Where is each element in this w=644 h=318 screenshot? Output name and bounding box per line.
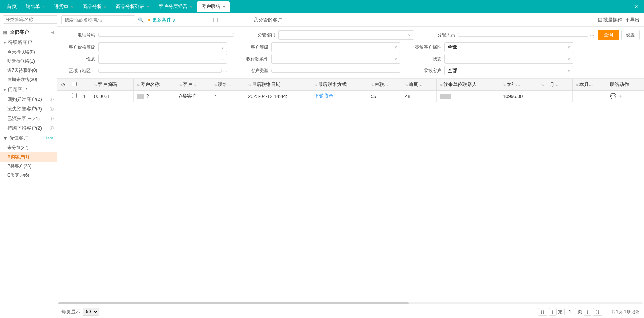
- triangle-icon: ▼: [3, 135, 8, 141]
- close-icon[interactable]: ×: [71, 4, 73, 9]
- nav-tab-analysis-list[interactable]: 商品分析列表 ×: [111, 1, 153, 12]
- chevron-down-icon: ∨: [394, 45, 397, 49]
- nav-home[interactable]: 首页: [3, 3, 21, 10]
- th-last-date[interactable]: ⇅最后联络日期: [245, 79, 311, 91]
- th-this-year[interactable]: ⇅本年...: [500, 79, 538, 91]
- close-icon[interactable]: ×: [223, 4, 225, 9]
- next-page-btn[interactable]: ⟩: [584, 308, 591, 316]
- collapse-icon[interactable]: ◀: [51, 30, 54, 35]
- nav-tab-analysis[interactable]: 商品分析 ×: [78, 1, 111, 12]
- price-level-select[interactable]: ∨: [98, 42, 227, 52]
- sidebar-item-unclassified[interactable]: 未分组(32): [0, 143, 57, 152]
- td-last-method[interactable]: 下销货单: [311, 91, 368, 102]
- row-checkbox[interactable]: [72, 93, 77, 98]
- sidebar-pending-group[interactable]: ▼ 待联络客户: [0, 37, 57, 47]
- chevron-down-icon: ∨: [568, 57, 570, 61]
- retail-attr-select[interactable]: 全部 ∨: [444, 42, 573, 52]
- th-contact[interactable]: ⇅联络...: [211, 79, 245, 91]
- nav-tab-sales[interactable]: 销售单 ×: [21, 1, 49, 12]
- manager-input[interactable]: [458, 33, 588, 37]
- close-icon[interactable]: ×: [42, 4, 44, 9]
- phone-input[interactable]: [98, 33, 234, 37]
- customer-type-input[interactable]: [271, 69, 400, 73]
- dept-select[interactable]: ∨: [278, 30, 414, 40]
- status-select[interactable]: ∨: [444, 54, 573, 64]
- sidebar-value-group[interactable]: ▼ 价值客户 ↻ ✎: [0, 133, 57, 143]
- sidebar-item-a-class[interactable]: A类客户(1): [0, 152, 57, 162]
- sidebar-problem-group[interactable]: ▼ 问题客户: [0, 84, 57, 95]
- filter-label-customer-level: 客户等级: [235, 44, 271, 50]
- th-last-method[interactable]: ⇅最后联络方式: [311, 79, 368, 91]
- sidebar-item-repurchase-abnormal[interactable]: 回购异常客户(2) ⓘ: [0, 95, 57, 104]
- th-check[interactable]: [69, 79, 80, 91]
- sidebar-item-b-class[interactable]: B类客户(33): [0, 162, 57, 171]
- th-not-contacted[interactable]: ⇅未联...: [368, 79, 402, 91]
- sidebar-item-tomorrow[interactable]: 明天待联络(1): [0, 57, 57, 66]
- nav-tab-purchase[interactable]: 进货单 ×: [50, 1, 77, 12]
- window-close-icon[interactable]: ×: [631, 3, 641, 11]
- close-icon[interactable]: ×: [190, 4, 192, 9]
- first-page-btn[interactable]: ⟨⟨: [538, 308, 547, 316]
- close-icon[interactable]: ×: [104, 4, 106, 9]
- sort-icon: ⇅: [405, 83, 408, 87]
- region-input[interactable]: [98, 69, 222, 73]
- payment-select[interactable]: ∨: [271, 54, 400, 64]
- retail-select[interactable]: 全部 ∨: [444, 66, 573, 75]
- refresh-icon[interactable]: ↻: [45, 135, 49, 141]
- select-all-checkbox[interactable]: [72, 82, 77, 86]
- sidebar-item-c-class[interactable]: C类客户(6): [0, 171, 57, 180]
- page-size-select[interactable]: 50: [83, 308, 99, 316]
- sidebar-search-input[interactable]: [3, 15, 57, 24]
- search-input[interactable]: [61, 15, 135, 24]
- edit-icon[interactable]: ✎: [50, 135, 54, 141]
- query-button[interactable]: 查询: [598, 30, 619, 40]
- sidebar-item-churn-warning[interactable]: 流失预警客户(3) ⓘ: [0, 104, 57, 114]
- td-not-contacted: 55: [368, 91, 402, 102]
- th-type[interactable]: ⇅客户...: [176, 79, 211, 91]
- td-settings: [57, 91, 69, 102]
- scrollbar-thumb[interactable]: [58, 302, 409, 304]
- prev-page-btn[interactable]: ⟨: [549, 308, 557, 316]
- horizontal-scrollbar[interactable]: [57, 301, 644, 305]
- sidebar-item-week[interactable]: 近7天待联络(0): [0, 66, 57, 75]
- th-last-month[interactable]: ⇅上月...: [538, 79, 572, 91]
- sidebar-item-today[interactable]: 今天待联络(0): [0, 47, 57, 57]
- th-settings[interactable]: ⚙: [57, 79, 69, 91]
- more-btn[interactable]: ···: [223, 68, 227, 74]
- filter-bar: 🔍 ▼ 更多条件 ∨ 我分管的客户 ☑ 批量操作 ⬆ 导出: [57, 13, 644, 27]
- th-code[interactable]: ⇅客户编码: [91, 79, 134, 91]
- th-this-month[interactable]: ⇅本月...: [572, 79, 607, 91]
- filter-col-region: 区域（地区） ···: [61, 68, 227, 74]
- sidebar-item-declining[interactable]: 持续下滑客户(2) ⓘ: [0, 123, 57, 133]
- close-icon[interactable]: ×: [147, 4, 149, 9]
- search-icon[interactable]: 🔍: [138, 17, 144, 23]
- th-overdue[interactable]: ⇅逾期...: [402, 79, 436, 91]
- chevron-down-icon: ∨: [172, 17, 176, 23]
- more-btn[interactable]: ···: [590, 32, 594, 38]
- sidebar: 🔍 ⊞ 全部客户 ◀ ▼ 待联络客户 今天待联络(0) 明天待联络(1) 近7天…: [0, 13, 57, 318]
- sidebar-item-churned[interactable]: 已流失客户(24) ⓘ: [0, 114, 57, 123]
- nav-tab-customer-tier[interactable]: 客户分层经营 ×: [154, 1, 196, 12]
- page-number-input[interactable]: [564, 308, 576, 315]
- export-btn[interactable]: ⬆ 导出: [625, 17, 640, 23]
- my-customer-checkbox-label[interactable]: 我分管的客户: [179, 17, 282, 23]
- settings-button[interactable]: 设置: [621, 30, 640, 40]
- last-method-link[interactable]: 下销货单: [314, 93, 333, 99]
- td-check[interactable]: [69, 91, 80, 102]
- td-type: A类客户: [176, 91, 211, 102]
- customer-level-select[interactable]: ∨: [271, 42, 400, 52]
- nature-select[interactable]: ∨: [98, 54, 227, 64]
- sidebar-item-overdue[interactable]: 逾期未联络(30): [0, 75, 57, 84]
- nav-tab-customer-contact[interactable]: 客户联络 ×: [197, 1, 229, 12]
- sort-icon: ⇅: [94, 83, 97, 87]
- td-no: 1: [80, 91, 91, 102]
- th-name[interactable]: ⇅客户名称: [133, 79, 176, 91]
- qr-icon[interactable]: ⊞: [618, 93, 623, 99]
- th-company-contact[interactable]: ⇅往来单位联系人: [436, 79, 500, 91]
- chat-icon[interactable]: 💬: [610, 93, 616, 99]
- last-page-btn[interactable]: ⟩⟩: [593, 308, 602, 316]
- batch-op-btn[interactable]: ☑ 批量操作: [598, 17, 622, 23]
- more-conditions-btn[interactable]: ▼ 更多条件 ∨: [147, 17, 176, 23]
- sidebar-all-customers[interactable]: ⊞ 全部客户 ◀: [0, 26, 57, 37]
- my-customer-checkbox[interactable]: [179, 18, 252, 22]
